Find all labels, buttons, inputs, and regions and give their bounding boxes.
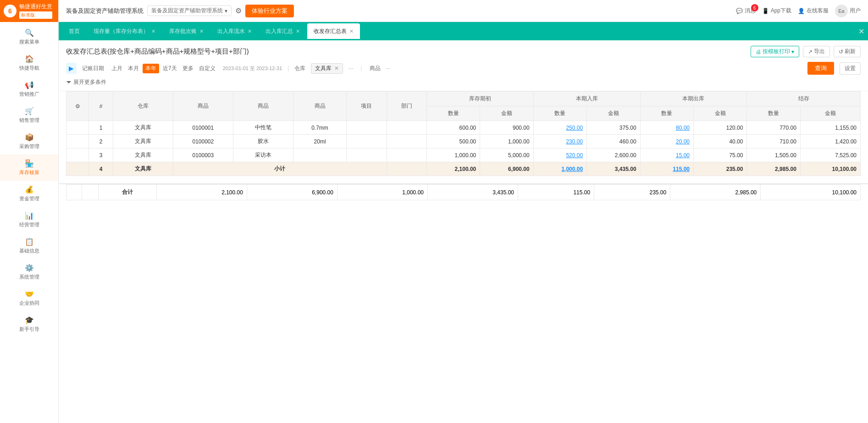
tab-inout-flow[interactable]: 出入库流水 ✕ bbox=[211, 23, 258, 39]
warehouse-more-icon[interactable]: ··· bbox=[348, 65, 353, 71]
row-in-qty[interactable]: 250.00 bbox=[533, 121, 586, 135]
query-button[interactable]: 查询 bbox=[807, 62, 834, 75]
online-service-button[interactable]: 👤 在线客服 bbox=[798, 7, 829, 15]
guide-icon: 🎓 bbox=[25, 316, 34, 324]
total-closing-qty: 2,985.00 bbox=[670, 185, 761, 200]
sidebar-item-sales[interactable]: 🛒 销售管理 bbox=[0, 102, 58, 128]
date-range-display: 2023-01-01 至 2023-12-31 bbox=[223, 65, 282, 72]
row-seq: 2 bbox=[89, 135, 113, 148]
row-opening-amt: 900.00 bbox=[480, 121, 533, 135]
avatar: Ea bbox=[835, 5, 848, 17]
tab-stock-dist[interactable]: 现存量（库存分布表） ✕ bbox=[87, 23, 162, 39]
page-title: 收发存汇总表(按仓库+商品编码+商品+规格型号+项目+部门) bbox=[66, 47, 249, 56]
th-product-spec: 商品 bbox=[293, 92, 346, 121]
inventory-icon: 🏪 bbox=[25, 159, 34, 168]
row-product-spec: 20ml bbox=[293, 135, 346, 148]
sidebar-logo: 6 bbox=[4, 5, 17, 17]
total-table: 合计 2,100.00 6,900.00 1,000.00 3,435.00 1… bbox=[66, 184, 861, 200]
total-opening-qty: 2,100.00 bbox=[156, 185, 247, 200]
product-more-icon[interactable]: ··· bbox=[386, 65, 391, 71]
row-closing-qty: 770.00 bbox=[747, 121, 800, 135]
tab-inout-summary-label: 出入库汇总 bbox=[265, 27, 293, 35]
print-icon: 🖨 bbox=[756, 49, 761, 55]
row-in-qty[interactable]: 230.00 bbox=[533, 135, 586, 148]
row-department bbox=[387, 121, 426, 135]
row-warehouse: 文具库 bbox=[113, 135, 173, 148]
date-btn-more[interactable]: 更多 bbox=[181, 64, 195, 73]
system-dropdown[interactable]: 装备及固定资产辅助管理系统 ▾ bbox=[147, 5, 232, 16]
th-in-group: 本期入库 bbox=[533, 92, 640, 106]
subtotal-in-qty[interactable]: 1,000.00 bbox=[533, 162, 586, 176]
export-button[interactable]: ↗ 导出 bbox=[803, 46, 830, 57]
sidebar-item-purchase[interactable]: 📦 采购管理 bbox=[0, 128, 58, 154]
trial-button[interactable]: 体验行业方案 bbox=[245, 5, 294, 17]
sidebar-item-inventory[interactable]: 🏪 库存核算 bbox=[0, 154, 58, 181]
sidebar-item-finance[interactable]: 💰 资金管理 bbox=[0, 181, 58, 207]
th-product-code: 商品 bbox=[173, 92, 233, 121]
subtotal-in-amt: 3,435.00 bbox=[587, 162, 640, 176]
marketing-icon: 📢 bbox=[25, 81, 34, 89]
sidebar-item-marketing[interactable]: 📢 营销推广 bbox=[0, 76, 58, 102]
row-out-qty[interactable]: 15.00 bbox=[640, 148, 693, 162]
sidebar-item-guide[interactable]: 🎓 新手引导 bbox=[0, 311, 58, 337]
topbar-left: 装备及固定资产辅助管理系统 装备及固定资产辅助管理系统 ▾ ⚙ 体验行业方案 bbox=[66, 5, 294, 17]
system-name: 装备及固定资产辅助管理系统 bbox=[66, 7, 144, 15]
sidebar-item-corp[interactable]: 🤝 企业协同 bbox=[0, 285, 58, 311]
date-btn-7days[interactable]: 近7天 bbox=[161, 64, 179, 73]
warehouse-filter-label: 仓库 bbox=[294, 65, 305, 72]
tab-close-icon[interactable]: ✕ bbox=[199, 28, 204, 34]
filter-row: ▶ 记账日期 上月 本月 本年 近7天 更多 自定义 2023-01-01 至 … bbox=[66, 62, 861, 75]
message-button[interactable]: 💬 消息 6 bbox=[736, 7, 756, 15]
subtotal-seq: 4 bbox=[89, 162, 113, 176]
sidebar-item-system[interactable]: ⚙️ 系统管理 bbox=[0, 259, 58, 285]
close-window-icon[interactable]: ✕ bbox=[858, 27, 864, 36]
user-menu[interactable]: Ea 用户 bbox=[835, 5, 861, 17]
tab-recv-send-summary[interactable]: 收发存汇总表 ✕ bbox=[307, 23, 360, 39]
total-label: 合计 bbox=[99, 185, 157, 200]
th-closing-group: 结存 bbox=[747, 92, 861, 106]
sidebar-item-operation[interactable]: 📊 经营管理 bbox=[0, 207, 58, 233]
warehouse-tag-close-icon[interactable]: ✕ bbox=[334, 65, 339, 71]
th-closing-qty: 数量 bbox=[747, 106, 800, 121]
total-cell-empty2 bbox=[82, 185, 99, 200]
row-out-qty[interactable]: 20.00 bbox=[640, 135, 693, 148]
sidebar-item-quicknav[interactable]: 🏠 快捷导航 bbox=[0, 50, 58, 76]
refresh-button[interactable]: ↺ 刷新 bbox=[834, 46, 861, 57]
refresh-icon: ↺ bbox=[839, 49, 843, 55]
subtotal-out-amt: 235.00 bbox=[693, 162, 746, 176]
row-in-qty[interactable]: 520.00 bbox=[533, 148, 586, 162]
tab-inout-summary[interactable]: 出入库汇总 ✕ bbox=[259, 23, 306, 39]
corp-icon: 🤝 bbox=[25, 290, 34, 298]
tab-close-icon[interactable]: ✕ bbox=[349, 28, 354, 34]
date-btn-last-month[interactable]: 上月 bbox=[110, 64, 124, 73]
total-out-amt: 235.00 bbox=[594, 185, 670, 200]
row-out-qty[interactable]: 80.00 bbox=[640, 121, 693, 135]
app-download-button[interactable]: 📱 App下载 bbox=[762, 7, 791, 15]
total-row: 合计 2,100.00 6,900.00 1,000.00 3,435.00 1… bbox=[66, 185, 861, 200]
expand-conditions-button[interactable]: 展开更多条件 bbox=[66, 78, 861, 86]
th-out-qty: 数量 bbox=[640, 106, 693, 121]
filter-toggle-button[interactable]: ▶ bbox=[66, 63, 77, 74]
sidebar-item-search[interactable]: 🔍 搜索菜单 bbox=[0, 24, 58, 50]
date-filter-label: 记账日期 bbox=[82, 65, 104, 72]
subtotal-out-qty[interactable]: 115.00 bbox=[640, 162, 693, 176]
settings-gear-icon[interactable]: ⚙ bbox=[235, 6, 242, 15]
date-btn-this-month[interactable]: 本月 bbox=[126, 64, 141, 73]
th-settings[interactable]: ⚙ bbox=[66, 92, 89, 121]
row-seq: 3 bbox=[89, 148, 113, 162]
row-closing-amt: 7,525.00 bbox=[800, 148, 860, 162]
tab-close-icon[interactable]: ✕ bbox=[296, 28, 300, 34]
tab-stock-dist-label: 现存量（库存分布表） bbox=[94, 27, 149, 35]
settings-button[interactable]: 设置 bbox=[840, 62, 861, 75]
row-opening-qty: 500.00 bbox=[426, 135, 480, 148]
date-btn-custom[interactable]: 自定义 bbox=[197, 64, 217, 73]
print-button[interactable]: 🖨 按模板打印 ▾ bbox=[751, 46, 799, 57]
tab-home[interactable]: 首页 bbox=[62, 23, 86, 39]
sidebar-item-basic[interactable]: 📋 基础信息 bbox=[0, 233, 58, 259]
tab-batch-account[interactable]: 库存批次账 ✕ bbox=[163, 23, 210, 39]
tab-close-icon[interactable]: ✕ bbox=[248, 28, 252, 34]
table-row: 1 文具库 0100001 中性笔 0.7mm 600.00 900.00 25… bbox=[66, 121, 861, 135]
tab-close-icon[interactable]: ✕ bbox=[151, 28, 155, 34]
row-opening-amt: 5,000.00 bbox=[480, 148, 533, 162]
date-btn-this-year[interactable]: 本年 bbox=[143, 64, 159, 73]
